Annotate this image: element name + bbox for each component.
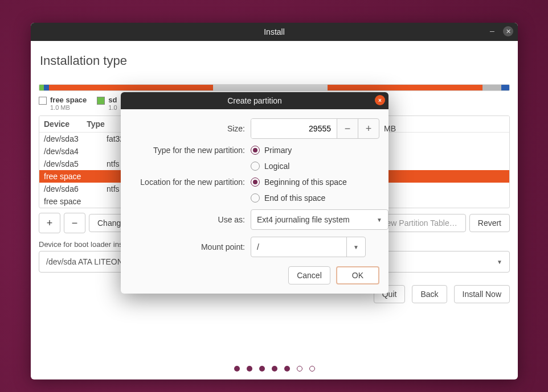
mount-point-value: / <box>251 242 346 251</box>
radio-end[interactable] <box>251 193 260 203</box>
window-controls: ─ ✕ <box>487 26 513 36</box>
disk-segment <box>482 85 501 90</box>
disk-usage-strip <box>39 84 510 91</box>
size-unit: MB <box>384 124 396 133</box>
col-device: Device <box>44 119 69 129</box>
size-label: Size: <box>125 124 251 133</box>
disk-segment <box>39 85 44 90</box>
radio-primary-label: Primary <box>264 146 292 155</box>
dot-hollow-icon <box>297 366 302 372</box>
mount-point-label: Mount point: <box>125 242 251 251</box>
close-icon[interactable]: × <box>375 95 385 105</box>
size-decrement-button[interactable]: − <box>337 119 358 138</box>
dot-icon <box>284 366 290 372</box>
legend-swatch-icon <box>97 97 105 105</box>
revert-button[interactable]: Revert <box>469 214 510 232</box>
create-partition-dialog: Create partition × Size: − + MB Type for… <box>121 92 388 294</box>
remove-button[interactable]: − <box>64 213 85 233</box>
cell-device: free space <box>44 197 89 206</box>
use-as-label: Use as: <box>125 215 251 224</box>
size-input[interactable] <box>251 119 337 138</box>
dot-icon <box>272 366 277 372</box>
size-spinbox: − + <box>251 118 379 139</box>
radio-beginning-label: Beginning of this space <box>264 178 347 187</box>
cell-device: free space <box>44 172 89 181</box>
cell-type: ntfs <box>107 159 120 168</box>
cell-device: /dev/sda6 <box>44 184 89 193</box>
progress-dots <box>31 366 518 372</box>
cancel-button[interactable]: Cancel <box>288 266 330 284</box>
chevron-down-icon: ▼ <box>377 217 382 223</box>
minimize-icon[interactable]: ─ <box>487 26 497 36</box>
radio-primary[interactable] <box>251 146 260 155</box>
legend-label: sd <box>108 96 117 104</box>
dialog-buttons: Cancel OK <box>125 264 379 284</box>
radio-logical-label: Logical <box>264 162 289 171</box>
dialog-title: Create partition <box>227 96 282 105</box>
dot-icon <box>247 366 252 372</box>
dialog-body: Size: − + MB Type for the new partition:… <box>121 109 388 294</box>
disk-segment <box>328 85 482 90</box>
legend-swatch-icon <box>39 97 47 105</box>
dot-icon <box>234 366 240 372</box>
mount-point-combo[interactable]: / ▼ <box>251 237 366 257</box>
window-titlebar: Install ─ ✕ <box>31 23 518 41</box>
size-increment-button[interactable]: + <box>358 119 379 138</box>
radio-logical[interactable] <box>251 162 260 171</box>
window-title: Install <box>264 27 285 36</box>
disk-segment <box>44 85 48 90</box>
col-type: Type <box>87 119 105 129</box>
use-as-value: Ext4 journaling file system <box>257 215 350 224</box>
legend-sublabel: 1.0 <box>108 104 117 111</box>
dot-icon <box>259 366 265 372</box>
legend-sublabel: 1.0 MB <box>50 104 87 111</box>
dialog-titlebar: Create partition × <box>121 92 388 109</box>
radio-beginning[interactable] <box>251 178 260 187</box>
cell-device: /dev/sda3 <box>44 134 89 143</box>
legend-item: sd1.0 <box>97 96 117 111</box>
chevron-down-icon: ▼ <box>497 259 502 265</box>
cell-device: /dev/sda4 <box>44 147 89 156</box>
page-title: Installation type <box>40 53 510 68</box>
legend-item: free space1.0 MB <box>39 96 87 111</box>
chevron-down-icon[interactable]: ▼ <box>346 237 365 257</box>
cell-device: /dev/sda5 <box>44 159 89 168</box>
use-as-select[interactable]: Ext4 journaling file system ▼ <box>251 209 388 230</box>
disk-segment <box>49 85 214 90</box>
install-now-button[interactable]: Install Now <box>454 285 510 303</box>
cell-type: ntfs <box>107 184 120 193</box>
disk-segment <box>215 85 328 90</box>
disk-segment <box>501 85 509 90</box>
legend-label: free space <box>50 96 87 104</box>
dot-hollow-icon <box>309 366 315 372</box>
add-button[interactable]: + <box>39 213 60 233</box>
close-icon[interactable]: ✕ <box>503 26 513 36</box>
partition-location-label: Location for the new partition: <box>125 178 251 187</box>
ok-button[interactable]: OK <box>336 266 379 284</box>
radio-end-label: End of this space <box>264 193 325 203</box>
partition-type-label: Type for the new partition: <box>125 146 251 155</box>
back-button[interactable]: Back <box>412 285 447 303</box>
